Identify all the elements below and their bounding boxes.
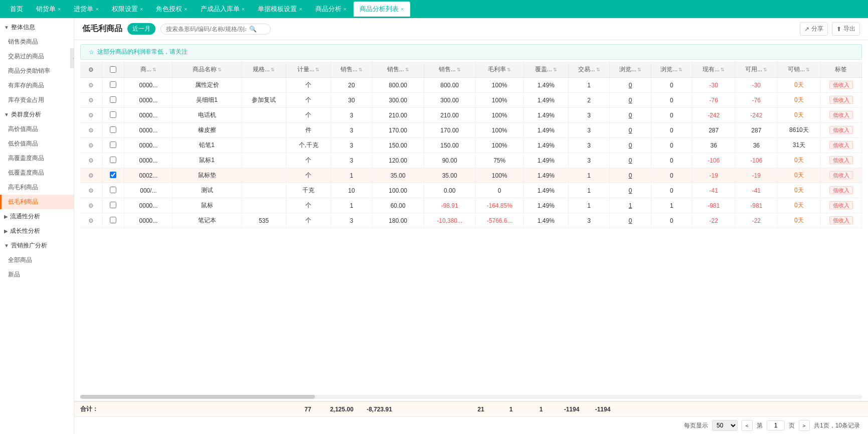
horizontal-scrollbar[interactable] xyxy=(80,395,862,399)
sidebar-item-category-rate[interactable]: 商品分类助销率 xyxy=(0,64,74,78)
row-browse1[interactable]: 0 xyxy=(610,78,651,93)
row-available: -30 xyxy=(735,78,778,93)
period-button[interactable]: 近一月 xyxy=(127,23,155,35)
th-browse2[interactable]: 浏览...⇅ xyxy=(651,62,692,78)
nav-purchase[interactable]: 进货单 × xyxy=(68,2,104,17)
th-coverage[interactable]: 覆盖...⇅ xyxy=(524,62,568,78)
row-gear-cell[interactable]: ⚙ xyxy=(80,93,102,108)
row-gear-cell[interactable]: ⚙ xyxy=(80,78,102,93)
row-checkbox-cell[interactable] xyxy=(102,78,124,93)
th-code[interactable]: 商...⇅ xyxy=(124,62,172,78)
row-gear-cell[interactable]: ⚙ xyxy=(80,198,102,213)
sidebar-item-low-coverage[interactable]: 低覆盖度商品 xyxy=(0,166,74,180)
sidebar-item-new-goods[interactable]: 新品 xyxy=(0,267,74,282)
sidebar-collapse-btn[interactable]: « xyxy=(70,48,74,68)
row-transaction: 1 xyxy=(569,168,610,183)
row-gear-cell[interactable]: ⚙ xyxy=(80,168,102,183)
sidebar-group-circulation[interactable]: ▶ 流通性分析 xyxy=(0,209,74,224)
row-browse1[interactable]: 0 xyxy=(610,108,651,123)
row-checkbox-cell[interactable] xyxy=(102,183,124,198)
sidebar-item-high-margin[interactable]: 高毛利商品 xyxy=(0,180,74,195)
next-page-button[interactable]: ＞ xyxy=(799,420,810,431)
search-icon[interactable]: 🔍 xyxy=(249,26,257,33)
row-checkbox-cell[interactable] xyxy=(102,138,124,153)
row-unit: 个 xyxy=(286,93,331,108)
nav-close-template[interactable]: × xyxy=(299,6,302,12)
th-transaction[interactable]: 交易...⇅ xyxy=(569,62,610,78)
nav-template[interactable]: 单据模板设置 × xyxy=(252,2,308,17)
sidebar-item-stock-goods[interactable]: 有库存的商品 xyxy=(0,78,74,93)
export-button[interactable]: ⬆ 导出 xyxy=(832,22,860,36)
row-gear-cell[interactable]: ⚙ xyxy=(80,138,102,153)
nav-sales[interactable]: 销货单 × xyxy=(30,2,67,17)
nav-close-permissions[interactable]: × xyxy=(140,6,143,12)
select-all-checkbox[interactable] xyxy=(110,66,116,73)
nav-analysis-list[interactable]: 商品分析列表 × xyxy=(354,2,410,17)
row-checkbox-cell[interactable] xyxy=(102,213,124,228)
sidebar-item-low-value[interactable]: 低价值商品 xyxy=(0,136,74,151)
page-size-select[interactable]: 50 100 200 xyxy=(712,420,738,431)
row-gear-cell[interactable]: ⚙ xyxy=(80,108,102,123)
nav-close-analysis[interactable]: × xyxy=(343,6,346,12)
th-gross-rate[interactable]: 毛利率⇅ xyxy=(475,62,524,78)
gear-icon[interactable]: ⚙ xyxy=(88,66,94,73)
row-browse1[interactable]: 0 xyxy=(610,153,651,168)
sidebar-item-high-value[interactable]: 高价值商品 xyxy=(0,122,74,136)
th-name[interactable]: 商品名称⇅ xyxy=(172,62,241,78)
row-checkbox-cell[interactable] xyxy=(102,108,124,123)
row-gear-cell[interactable]: ⚙ xyxy=(80,123,102,138)
nav-home[interactable]: 首页 xyxy=(4,2,29,17)
th-unit[interactable]: 计量...⇅ xyxy=(286,62,331,78)
sidebar-group-overall[interactable]: ▼ 整体信息 xyxy=(0,20,74,35)
sidebar-item-stock-capital[interactable]: 库存资金占用 xyxy=(0,93,74,107)
scrollbar-thumb[interactable] xyxy=(80,395,315,399)
nav-close-analysis-list[interactable]: × xyxy=(401,6,404,12)
row-checkbox-cell[interactable] xyxy=(102,93,124,108)
nav-close-sales[interactable]: × xyxy=(58,6,61,12)
sidebar-item-low-margin[interactable]: 低毛利商品 xyxy=(0,195,74,209)
sidebar-item-high-coverage[interactable]: 高覆盖度商品 xyxy=(0,151,74,166)
row-browse1[interactable]: 0 xyxy=(610,138,651,153)
th-sale-amt[interactable]: 销售...⇅ xyxy=(372,62,424,78)
prev-page-button[interactable]: ＜ xyxy=(742,420,753,431)
sidebar-item-all-goods[interactable]: 全部商品 xyxy=(0,253,74,267)
row-browse1[interactable]: 0 xyxy=(610,123,651,138)
footer-sale-profit: -8,723.91 xyxy=(361,406,398,413)
nav-close-role[interactable]: × xyxy=(184,6,187,12)
th-sale-profit[interactable]: 销售...⇅ xyxy=(424,62,475,78)
row-browse1[interactable]: 0 xyxy=(610,168,651,183)
sidebar-item-traded-goods[interactable]: 交易过的商品 xyxy=(0,49,74,64)
sidebar-group-growth[interactable]: ▶ 成长性分析 xyxy=(0,224,74,238)
th-spec[interactable]: 规格...⇅ xyxy=(241,62,286,78)
nav-product[interactable]: 产成品入库单 × xyxy=(195,2,251,17)
row-browse1[interactable]: 0 xyxy=(610,183,651,198)
row-gear-cell[interactable]: ⚙ xyxy=(80,183,102,198)
row-checkbox-cell[interactable] xyxy=(102,153,124,168)
nav-role[interactable]: 角色授权 × xyxy=(150,2,193,17)
th-browse1[interactable]: 浏览...⇅ xyxy=(610,62,651,78)
nav-close-product[interactable]: × xyxy=(242,6,245,12)
row-browse1[interactable]: 1 xyxy=(610,198,651,213)
nav-permissions[interactable]: 权限设置 × xyxy=(106,2,149,17)
row-browse1[interactable]: 0 xyxy=(610,213,651,228)
th-salable[interactable]: 可销...⇅ xyxy=(778,62,820,78)
row-gear-cell[interactable]: ⚙ xyxy=(80,153,102,168)
row-checkbox-cell[interactable] xyxy=(102,123,124,138)
share-button[interactable]: ↗ 分享 xyxy=(800,22,828,36)
row-checkbox-cell[interactable] xyxy=(102,198,124,213)
th-sale-qty[interactable]: 销售...⇅ xyxy=(331,62,372,78)
sidebar-item-sales-goods[interactable]: 销售类商品 xyxy=(0,35,74,49)
row-browse2: 0 xyxy=(651,138,692,153)
sidebar-group-cluster[interactable]: ▼ 类群度分析 xyxy=(0,107,74,122)
th-available[interactable]: 可用...⇅ xyxy=(735,62,778,78)
row-gear-cell[interactable]: ⚙ xyxy=(80,213,102,228)
row-code: 0000... xyxy=(124,93,172,108)
nav-analysis[interactable]: 商品分析 × xyxy=(309,2,353,17)
page-number-input[interactable] xyxy=(767,420,785,430)
nav-close-purchase[interactable]: × xyxy=(95,6,98,12)
row-checkbox-cell[interactable] xyxy=(102,168,124,183)
search-input[interactable] xyxy=(166,26,246,33)
sidebar-group-marketing[interactable]: ▼ 营销推广分析 xyxy=(0,238,74,253)
th-current[interactable]: 现有...⇅ xyxy=(692,62,735,78)
row-browse1[interactable]: 0 xyxy=(610,93,651,108)
